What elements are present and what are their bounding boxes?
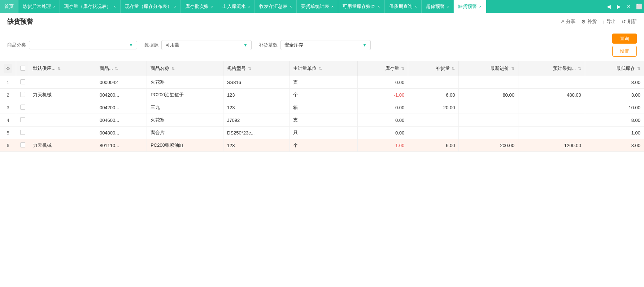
latest-price-sort-icon: ⇅ [511,66,514,71]
tab-expire-close[interactable]: × [415,4,417,9]
tab-exception[interactable]: 炼货异常处理 × [18,0,60,13]
row-index: 6 [0,139,16,152]
refresh-button[interactable]: ↺ 刷新 [622,18,637,25]
row-checkbox-cell[interactable] [16,114,29,127]
col-supplier-header[interactable]: 默认供应... ⇅ [29,61,96,76]
col-replenish-header[interactable]: 补货量 ⇅ [408,61,459,76]
col-goods-name-header[interactable]: 商品名称 ⇅ [147,61,223,76]
tab-inout[interactable]: 出入库流水 × [218,0,255,13]
tab-overstock-close[interactable]: × [447,4,449,9]
col-goods-code-header[interactable]: 商品... ⇅ [96,61,147,76]
goods-name-sort-icon: ⇅ [171,66,175,71]
row-goods-code: 004200... [96,101,147,114]
min-stock-sort-icon: ⇅ [637,66,640,71]
tab-stock-status-close[interactable]: × [113,4,116,9]
gear-settings-icon[interactable]: ⚙ [4,64,12,73]
col-checkbox-header[interactable] [16,61,29,76]
tab-batch[interactable]: 库存批次账 × [181,0,218,13]
query-button[interactable]: 查询 [612,34,637,44]
shortage-table: ⚙ 默认供应... ⇅ 商品... ⇅ 商品名称 ⇅ [0,61,644,152]
row-checkbox[interactable] [20,142,25,147]
tab-stock-dist[interactable]: 现存量（库存分布表） × [121,0,181,13]
row-checkbox-cell[interactable] [16,76,29,89]
tab-batch-close[interactable]: × [211,4,213,9]
row-stock: 0.00 [358,127,408,139]
row-stock: 0.00 [358,76,408,89]
tab-prev-btn[interactable]: ◀ [604,0,614,13]
tab-available-close[interactable]: × [378,4,380,9]
table-row: 3 004200... 三九 123 箱 0.00 20.00 10.00 [0,101,644,114]
filter-replenish-base-arrow-icon: ▼ [362,43,367,48]
table-header-row: ⚙ 默认供应... ⇅ 商品... ⇅ 商品名称 ⇅ [0,61,644,76]
tab-demand-close[interactable]: × [331,4,334,9]
row-unit: 箱 [290,101,358,114]
row-goods-code: 0000042 [96,76,147,89]
replenish-icon: ⚙ [581,19,586,25]
col-stock-header[interactable]: 库存量 ⇅ [358,61,408,76]
col-forecast-header[interactable]: 预计采购... ⇅ [518,61,585,76]
row-checkbox[interactable] [20,130,25,135]
row-unit: 只 [290,127,358,139]
row-index: 3 [0,101,16,114]
tab-next-btn[interactable]: ▶ [614,0,624,13]
row-checkbox[interactable] [20,105,25,110]
row-forecast-purchase [518,127,585,139]
page-content: 缺货预警 ↗ 分享 ⚙ 补货 ↓ 导出 ↺ 刷新 商品分类 [0,13,644,287]
tab-home[interactable]: 首页 [0,0,18,13]
row-index: 4 [0,114,16,127]
table-container: ⚙ 默认供应... ⇅ 商品... ⇅ 商品名称 ⇅ [0,61,644,152]
tab-receive-send-close[interactable]: × [290,4,292,9]
filter-replenish-base-label: 补货基数 [259,42,278,48]
tab-available[interactable]: 可用量库存账本 × [338,0,384,13]
tab-inout-close[interactable]: × [248,4,250,9]
tab-overstock[interactable]: 超储预警 × [422,0,454,13]
stock-sort-icon: ⇅ [401,66,404,71]
tab-receive-send[interactable]: 收发存汇总表 × [255,0,296,13]
row-replenish [408,127,459,139]
row-checkbox-cell[interactable] [16,101,29,114]
tab-exception-close[interactable]: × [53,4,55,9]
replenish-button[interactable]: ⚙ 补货 [581,18,597,25]
filter-datasource-arrow-icon: ▼ [243,43,248,48]
filter-datasource-select[interactable]: 可用量 ▼ [161,40,252,50]
tab-shortage[interactable]: 缺货预警 × [454,0,486,13]
row-goods-code: 004800... [96,127,147,139]
row-checkbox[interactable] [20,92,25,97]
tab-stock-dist-close[interactable]: × [174,4,176,9]
filter-category-select[interactable]: ▼ [29,41,137,49]
share-button[interactable]: ↗ 分享 [560,18,575,25]
row-checkbox[interactable] [20,79,25,84]
col-min-stock-header[interactable]: 最低库存 ⇅ [585,61,644,76]
select-all-checkbox[interactable] [20,66,25,71]
tab-demand[interactable]: 要货单统计表 × [297,0,338,13]
col-unit-header[interactable]: 主计量单位 ⇅ [290,61,358,76]
tab-maximize-btn[interactable]: ⬜ [634,0,644,13]
setting-button[interactable]: 设置 [612,46,637,57]
col-latest-price-header[interactable]: 最新进价 ⇅ [459,61,518,76]
row-checkbox[interactable] [20,117,25,122]
tab-stock-status[interactable]: 现存量（库存状况表） × [60,0,120,13]
row-checkbox-cell[interactable] [16,89,29,101]
row-replenish [408,76,459,89]
tab-expire[interactable]: 保质期查询 × [385,0,422,13]
row-min-stock: 10.00 [585,101,644,114]
row-supplier [29,101,96,114]
tab-close-all-btn[interactable]: ✕ [624,0,634,13]
export-button[interactable]: ↓ 导出 [602,18,616,25]
header-actions: ↗ 分享 ⚙ 补货 ↓ 导出 ↺ 刷新 [560,18,637,25]
row-goods-code: 004600... [96,114,147,127]
col-spec-header[interactable]: 规格型号 ⇅ [223,61,289,76]
filter-actions: 查询 设置 [612,34,637,57]
row-stock: -1.00 [358,89,408,101]
page-title: 缺货预警 [7,17,33,26]
tab-shortage-close[interactable]: × [479,4,481,9]
col-gear-header[interactable]: ⚙ [0,61,16,76]
filter-datasource-label: 数据源 [144,42,158,48]
row-supplier [29,76,96,89]
row-checkbox-cell[interactable] [16,127,29,139]
row-stock: 0.00 [358,101,408,114]
row-stock: -1.00 [358,139,408,152]
filter-replenish-base-select[interactable]: 安全库存 ▼ [280,40,371,50]
row-checkbox-cell[interactable] [16,139,29,152]
table-row: 1 0000042 火花塞 SS816 支 0.00 8.00 [0,76,644,89]
